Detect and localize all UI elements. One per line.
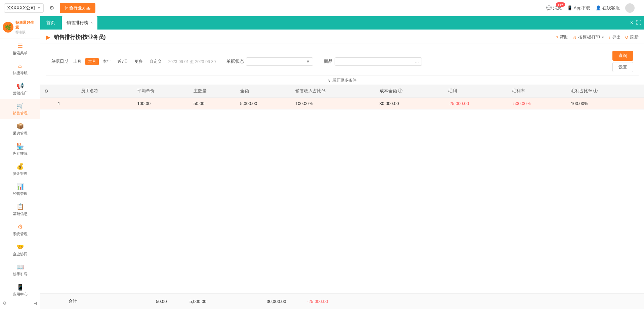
sidebar-label-apps: 应用中心	[13, 292, 28, 297]
avatar[interactable]	[625, 3, 635, 13]
setting-button[interactable]: 设置	[612, 62, 633, 72]
footer-gross: -25,000.00	[303, 298, 340, 305]
date-tab-this-month[interactable]: 本月	[85, 58, 99, 65]
sidebar-item-corp[interactable]: 🤝 企业协同	[0, 240, 40, 260]
purchase-icon: 📦	[16, 122, 24, 130]
td-gross: -25,000.00	[444, 98, 508, 110]
page-content: ▶ 销售排行榜(按业务员) ? 帮助 🖨 按模板打印 ▼	[40, 30, 644, 309]
page-header-actions: ? 帮助 🖨 按模板打印 ▼ ↓ 导出	[556, 34, 639, 40]
export-label: 导出	[612, 34, 621, 40]
collapse-btn[interactable]: ▶	[46, 34, 50, 41]
refresh-button[interactable]: ↺ 刷新	[625, 34, 639, 40]
expand-more-label: 展开更多条件	[332, 78, 356, 83]
export-button[interactable]: ↓ 导出	[609, 34, 621, 40]
status-filter-label: 单据状态	[226, 58, 244, 64]
sidebar-label-inventory: 库存核算	[13, 151, 28, 156]
sidebar-item-guide[interactable]: 📖 新手引导	[0, 260, 40, 280]
sales-icon: 🛒	[16, 102, 24, 110]
message-button[interactable]: 💬 消息 99+	[546, 5, 562, 11]
sidebar-item-marketing[interactable]: 📢 营销推广	[0, 79, 40, 99]
print-button[interactable]: 🖨 按模板打印 ▼	[572, 34, 605, 40]
date-tab-7days[interactable]: 近7天	[115, 58, 131, 65]
help-button[interactable]: ? 帮助	[556, 34, 568, 40]
sidebar-nav: ☰ 搜索菜单 ⌂ 快捷导航 📢 营销推广 🛒 销售管理 📦 采购管理	[0, 39, 40, 297]
expand-arrow-icon: ∨	[328, 78, 331, 83]
sidebar-item-apps[interactable]: 📱 应用中心	[0, 280, 40, 297]
goods-filter-label: 商品	[324, 58, 333, 64]
filter-bar: 单据日期 上月 本月 本年 近7天 更多 自定义	[46, 47, 639, 76]
sidebar-item-purchase[interactable]: 📦 采购管理	[0, 119, 40, 139]
topbar-settings-button[interactable]: ⚙	[46, 3, 57, 13]
basic-icon: 📋	[16, 203, 24, 210]
date-tabs: 上月 本月 本年 近7天 更多 自定义	[71, 58, 164, 65]
th-avg-price: 平均单价	[133, 85, 189, 98]
footer-cost: 30,000.00	[263, 298, 303, 305]
company-selector[interactable]: XXXXXX公司 ▼	[4, 3, 44, 13]
sidebar-item-basic[interactable]: 📋 基础信息	[0, 200, 40, 220]
date-tab-last-month[interactable]: 上月	[71, 58, 84, 65]
sidebar-item-search[interactable]: ☰ 搜索菜单	[0, 39, 40, 59]
marketing-icon: 📢	[16, 82, 24, 90]
sidebar-logo: 🌿 畅康通好生意 标准版	[0, 16, 40, 39]
system-icon: ⚙	[17, 223, 23, 230]
tab-resize-icon[interactable]: ⛶	[636, 20, 641, 26]
date-tab-this-year[interactable]: 本年	[100, 58, 114, 65]
content-area: 首页 销售排行榜 × × ⛶ ▶ 销售排行	[40, 16, 644, 309]
td-sales-pct: 100.00%	[291, 98, 375, 110]
print-dropdown-arrow[interactable]: ▼	[601, 36, 605, 39]
query-actions: 查询 设置	[612, 51, 633, 72]
th-gross-rate: 毛利率	[508, 85, 567, 98]
footer-main-qty: 50.00	[152, 298, 185, 305]
date-tab-more[interactable]: 更多	[132, 58, 145, 65]
td-amount: 5,000.00	[236, 98, 291, 110]
date-range-display: 2023-06-01 至 2023-06-30	[168, 58, 216, 65]
footer-label: 合计	[65, 297, 118, 306]
tab-home[interactable]: 首页	[40, 16, 61, 30]
th-cost: 成本全额 ⓘ	[376, 85, 444, 98]
date-filter: 单据日期 上月 本月 本年 近7天 更多 自定义	[51, 58, 164, 65]
date-tab-custom[interactable]: 自定义	[147, 58, 164, 65]
tab-sales-ranking[interactable]: 销售排行榜 ×	[62, 16, 97, 30]
sidebar-settings-icon[interactable]: ⚙	[3, 301, 7, 306]
tab-close-window-icon[interactable]: ×	[630, 20, 633, 26]
sidebar-label-shortcut: 快捷导航	[13, 70, 28, 75]
print-icon: 🖨	[572, 35, 577, 40]
th-settings[interactable]: ⚙	[40, 85, 54, 98]
sidebar-item-inventory[interactable]: 🏪 库存核算	[0, 139, 40, 159]
tab-close-icon[interactable]: ×	[90, 20, 93, 25]
th-amount: 全额	[236, 85, 291, 98]
operation-icon: 📊	[16, 183, 24, 190]
expand-more-bar[interactable]: ∨ 展开更多条件	[46, 76, 639, 85]
query-button[interactable]: 查询	[612, 51, 633, 61]
print-label: 按模板打印	[578, 34, 600, 40]
page-title: 销售排行榜(按业务员)	[54, 34, 106, 41]
tab-bar: 首页 销售排行榜 × × ⛶	[40, 16, 644, 30]
service-label: 在线客服	[602, 5, 620, 11]
app-icon: 📱	[567, 5, 572, 10]
td-main-qty: 50.00	[189, 98, 236, 110]
sidebar-label-sales: 销售管理	[13, 111, 28, 116]
table-row: 1 100.00 50.00 5,000.00 100.00% 30,000.0…	[40, 98, 644, 110]
service-button[interactable]: 👤 在线客服	[596, 5, 620, 11]
help-label: 帮助	[560, 34, 568, 40]
industry-button[interactable]: 体验行业方案	[60, 3, 95, 13]
status-select[interactable]: ▼	[246, 57, 313, 66]
th-sales-pct: 销售收入占比%	[291, 85, 375, 98]
home-icon: ⌂	[18, 62, 22, 69]
sidebar-collapse-icon[interactable]: ◀	[34, 301, 37, 306]
sidebar-item-operation[interactable]: 📊 经营管理	[0, 179, 40, 200]
logo-text: 畅康通好生意	[15, 20, 37, 30]
th-name: 员工名称	[77, 85, 133, 98]
date-filter-label: 单据日期	[51, 58, 69, 64]
sidebar-item-system[interactable]: ⚙ 系统管理	[0, 220, 40, 240]
goods-select[interactable]: …	[335, 57, 422, 66]
finance-icon: 💰	[16, 163, 24, 170]
footer-sales-pct	[222, 300, 263, 303]
table-head: ⚙ 员工名称 平均单价 主数量 全额 销售收入占比% 成本全额 ⓘ 毛利	[40, 85, 644, 98]
company-name: XXXXXX公司	[7, 5, 35, 11]
guide-icon: 📖	[16, 263, 24, 271]
sidebar-item-finance[interactable]: 💰 资金管理	[0, 159, 40, 179]
app-download-button[interactable]: 📱 App下载	[567, 5, 590, 11]
sidebar-item-shortcut[interactable]: ⌂ 快捷导航	[0, 59, 40, 79]
sidebar-item-sales[interactable]: 🛒 销售管理	[0, 99, 40, 119]
